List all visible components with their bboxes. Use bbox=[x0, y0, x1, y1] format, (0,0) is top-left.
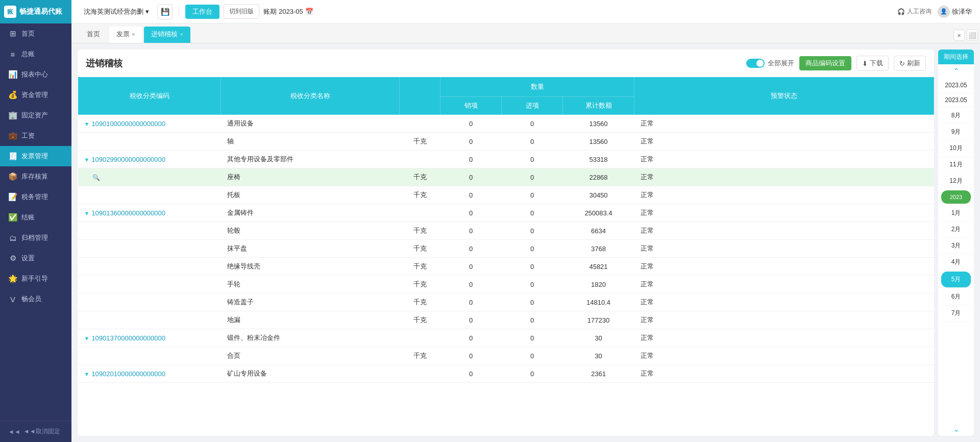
minimize-button[interactable]: × bbox=[953, 30, 965, 41]
invoice-icon: 🧾 bbox=[8, 152, 17, 161]
scroll-up-btn[interactable]: ⌃ bbox=[938, 64, 974, 78]
save-draft-btn[interactable]: 💾 bbox=[157, 4, 173, 19]
purchase-cell: 0 bbox=[502, 115, 563, 133]
page-title: 进销稽核 bbox=[86, 57, 122, 69]
tax-name-cell: 通用设备 bbox=[221, 115, 400, 133]
user-name: 徐泽华 bbox=[952, 7, 972, 16]
tax-name-cell: 地漏 bbox=[221, 311, 400, 329]
expand-toggle[interactable]: 全部展开 bbox=[746, 59, 794, 68]
collapse-icon[interactable]: ▼ bbox=[84, 157, 90, 163]
maximize-button[interactable]: ⬜ bbox=[967, 30, 978, 41]
month-item-jun[interactable]: 6月 bbox=[938, 289, 974, 305]
month-item-oct[interactable]: 10月 bbox=[938, 140, 974, 157]
month-item-feb[interactable]: 2月 bbox=[938, 222, 974, 238]
workbench-button[interactable]: 工作台 bbox=[185, 5, 219, 19]
calendar-icon[interactable]: 📅 bbox=[305, 8, 313, 15]
period-label: 账期 bbox=[263, 7, 277, 16]
month-item-2023-05-b[interactable]: 2023.05 bbox=[938, 93, 974, 108]
tax-code-cell: 🔍 bbox=[78, 168, 221, 186]
month-item-jan[interactable]: 1月 bbox=[938, 205, 974, 222]
topbar-divider-1 bbox=[179, 7, 179, 17]
sidebar-item-label: 新手引导 bbox=[21, 274, 48, 283]
month-item-may[interactable]: 5月 bbox=[941, 272, 971, 288]
commodity-code-button[interactable]: 商品编码设置 bbox=[799, 56, 851, 70]
sales-cell: 0 bbox=[440, 240, 502, 258]
collapse-icon[interactable]: ▼ bbox=[84, 121, 90, 127]
sales-cell: 0 bbox=[440, 168, 502, 186]
service-btn[interactable]: 🎧 人工咨询 bbox=[897, 7, 932, 16]
month-item-dec[interactable]: 12月 bbox=[938, 173, 974, 189]
month-item-nov[interactable]: 11月 bbox=[938, 157, 974, 173]
purchase-cell: 0 bbox=[502, 240, 563, 258]
tax-code-cell: ▼10902990000000000000 bbox=[78, 151, 221, 168]
unit-cell bbox=[400, 115, 440, 133]
month-item-sep[interactable]: 9月 bbox=[938, 124, 974, 140]
sidebar-item-settlement[interactable]: ✅ 结账 bbox=[0, 207, 71, 228]
table-row: 铸造盖子 千克 0 0 14810.4 正常 bbox=[78, 293, 934, 311]
table-row: 轮毂 千克 0 0 6634 正常 bbox=[78, 222, 934, 240]
tax-icon: 📝 bbox=[8, 192, 17, 202]
sidebar-item-label: 固定资产 bbox=[21, 111, 48, 120]
sales-cell: 0 bbox=[440, 329, 502, 347]
tax-name-cell: 其他专用设备及零部件 bbox=[221, 151, 400, 168]
tab-invoice[interactable]: 发票 × bbox=[109, 27, 142, 43]
company-selector[interactable]: 沈海英测试经营勿删 ▾ bbox=[80, 5, 153, 18]
tax-code-cell: ▼10901370000000000000 bbox=[78, 329, 221, 347]
sales-cell: 0 bbox=[440, 204, 502, 222]
month-item-apr[interactable]: 4月 bbox=[938, 254, 974, 271]
refresh-button[interactable]: ↻ 刷新 bbox=[894, 56, 926, 71]
sidebar-item-reports[interactable]: 📊 报表中心 bbox=[0, 64, 71, 85]
sidebar-item-label: 结账 bbox=[21, 213, 35, 222]
sidebar-item-payroll[interactable]: 💼 工资 bbox=[0, 126, 71, 146]
payroll-icon: 💼 bbox=[8, 131, 17, 140]
warning-cell: 正常 bbox=[634, 204, 934, 222]
sidebar-item-home[interactable]: ⊞ 首页 bbox=[0, 23, 71, 44]
sidebar-item-fixed-assets[interactable]: 🏢 固定资产 bbox=[0, 105, 71, 126]
sidebar-nav: ⊞ 首页 ≡ 总账 📊 报表中心 💰 资金管理 🏢 固定资产 💼 工资 🧾 发票… bbox=[0, 23, 71, 421]
search-icon[interactable]: 🔍 bbox=[92, 174, 100, 181]
tab-reconciliation[interactable]: 进销稽核 × bbox=[144, 27, 190, 43]
year-label-2023[interactable]: 2023 bbox=[941, 190, 971, 204]
month-item-aug[interactable]: 8月 bbox=[938, 108, 974, 124]
user-info[interactable]: 👤 徐泽华 bbox=[938, 6, 972, 18]
sidebar-item-guide[interactable]: 🌟 新手引导 bbox=[0, 268, 71, 289]
collapse-icon[interactable]: ▼ bbox=[84, 371, 90, 377]
sidebar-item-membership[interactable]: V 畅会员 bbox=[0, 289, 71, 309]
month-item-jul[interactable]: 7月 bbox=[938, 305, 974, 322]
sidebar-item-funds[interactable]: 💰 资金管理 bbox=[0, 85, 71, 105]
warning-cell: 正常 bbox=[634, 329, 934, 347]
toggle-track[interactable] bbox=[746, 59, 765, 68]
sidebar-item-general-ledger[interactable]: ≡ 总账 bbox=[0, 44, 71, 64]
tab-invoice-close[interactable]: × bbox=[132, 31, 135, 37]
sidebar-item-inventory[interactable]: 📦 库存核算 bbox=[0, 166, 71, 187]
cumulative-cell: 30 bbox=[563, 329, 634, 347]
sidebar-item-settings[interactable]: ⚙ 设置 bbox=[0, 248, 71, 268]
main-data-table: 税收分类编码 税收分类名称 数量 预警状态 销项 进项 累计数额 bbox=[78, 77, 934, 383]
scroll-down-btn[interactable]: ⌄ bbox=[938, 422, 974, 436]
period-value: 2023-05 bbox=[279, 8, 303, 15]
tab-home[interactable]: 首页 bbox=[80, 27, 107, 43]
cumulative-cell: 30 bbox=[563, 347, 634, 365]
download-button[interactable]: ⬇ 下载 bbox=[856, 56, 889, 71]
month-item-mar[interactable]: 3月 bbox=[938, 238, 974, 254]
sidebar-item-label: 首页 bbox=[21, 29, 35, 38]
ledger-icon: ≡ bbox=[8, 50, 17, 59]
tab-reconciliation-close[interactable]: × bbox=[180, 31, 183, 37]
settlement-icon: ✅ bbox=[8, 213, 17, 222]
warning-cell: 正常 bbox=[634, 276, 934, 293]
cumulative-cell: 53318 bbox=[563, 151, 634, 168]
assets-icon: 🏢 bbox=[8, 111, 17, 120]
sidebar-item-label: 税务管理 bbox=[21, 192, 48, 202]
sidebar-item-tax-mgmt[interactable]: 📝 税务管理 bbox=[0, 187, 71, 207]
tab-invoice-label: 发票 bbox=[116, 30, 130, 39]
service-label: 人工咨询 bbox=[907, 7, 932, 16]
sidebar-item-archive[interactable]: 🗂 归档管理 bbox=[0, 228, 71, 248]
sidebar-item-invoice-mgmt[interactable]: 🧾 发票管理 bbox=[0, 146, 71, 166]
old-version-button[interactable]: 切到旧版 bbox=[224, 4, 259, 19]
sidebar-pin-toggle[interactable]: ◄◄ ◄◄取消固定 bbox=[0, 421, 71, 442]
collapse-icon[interactable]: ▼ bbox=[84, 335, 90, 341]
collapse-icon[interactable]: ▼ bbox=[84, 210, 90, 216]
month-item-2023-05-a[interactable]: 2023.05 bbox=[938, 78, 974, 93]
sales-cell: 0 bbox=[440, 222, 502, 240]
tax-name-cell: 托板 bbox=[221, 186, 400, 204]
